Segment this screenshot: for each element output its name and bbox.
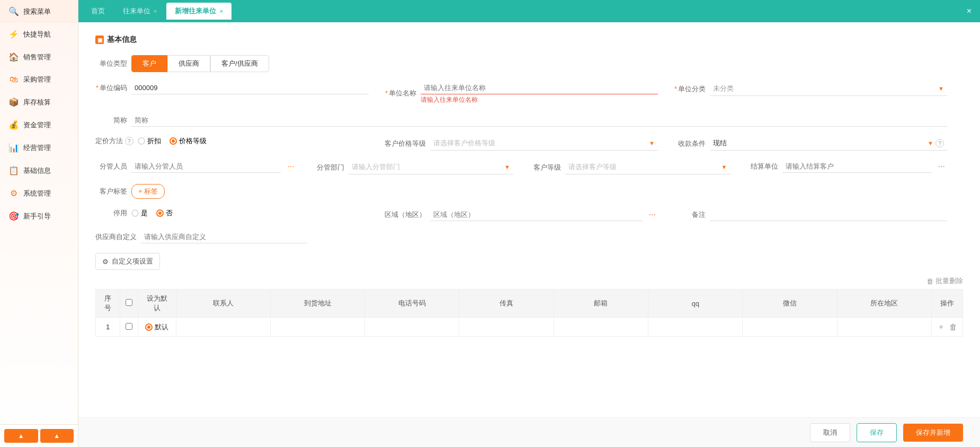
type-btn-supplier[interactable]: 供应商 [167, 55, 210, 72]
pricing-help-icon[interactable]: ? [125, 137, 133, 145]
unit-type-buttons: 客户 供应商 客户/供应商 [131, 55, 269, 72]
payment-terms-help-icon[interactable]: ? [936, 139, 944, 147]
settlement-more-btn[interactable]: ··· [936, 162, 947, 171]
inventory-icon: 📦 [8, 97, 19, 107]
row-qq-input[interactable] [654, 323, 737, 331]
sidebar-item-inventory[interactable]: 📦 库存核算 [0, 91, 78, 113]
section-basic-info: ▣ 基本信息 [95, 35, 963, 45]
dept-label: 分管部门 [313, 163, 344, 172]
sidebar-item-guide[interactable]: 🎯 新手引导 [0, 205, 78, 227]
row-default-circle [145, 323, 153, 331]
save-new-button[interactable]: 保存并新增 [903, 424, 963, 442]
th-fax: 传真 [459, 290, 554, 318]
supplier-custom-field: 供应商自定义 [95, 231, 307, 243]
abbr-row: 简称 [95, 114, 963, 127]
unit-name-field: *单位名称 请输入往来单位名称 [385, 82, 658, 104]
sidebar-item-sales[interactable]: 🏠 销售管理 [0, 46, 78, 68]
contacts-table: 序号 设为默认 联系人 到货地址 电话号码 传真 邮箱 qq 微信 所在地区 操… [95, 289, 963, 337]
customer-price-chevron: ▼ [649, 140, 655, 146]
unit-category-select[interactable]: 未分类 ▼ [710, 82, 947, 96]
manager-more-btn[interactable]: ··· [285, 162, 296, 171]
table-header: 序号 设为默认 联系人 到货地址 电话号码 传真 邮箱 qq 微信 所在地区 操… [96, 290, 963, 318]
tag-add-button[interactable]: + 标签 [131, 184, 165, 199]
type-btn-customer[interactable]: 客户 [131, 55, 167, 72]
payment-terms-select[interactable]: 现结 ▼ ? [710, 136, 947, 151]
row-checkbox[interactable] [126, 323, 132, 330]
row-wechat-input[interactable] [748, 323, 831, 331]
unit-category-label: *单位分类 [674, 84, 706, 94]
disable-label: 停用 [95, 208, 127, 218]
th-email: 邮箱 [554, 290, 648, 318]
settlement-input[interactable] [782, 160, 932, 173]
sidebar-item-label: 新手引导 [23, 212, 51, 221]
sidebar: 🔍 搜索菜单 ⚡ 快捷导航 🏠 销售管理 🛍 采购管理 📦 库存核算 💰 资金管… [0, 0, 78, 447]
row-email-input[interactable] [559, 323, 643, 331]
row-add-icon[interactable]: ＋ [937, 322, 945, 332]
tab-bar-close-all[interactable]: × [963, 4, 976, 18]
customer-price-label: 客户价格等级 [385, 139, 426, 148]
tab-partners-close[interactable]: × [154, 8, 157, 14]
row-phone-input[interactable] [370, 323, 453, 331]
unit-code-name-row: *单位编码 *单位名称 请输入往来单位名称 *单位分类 未分类 [95, 82, 963, 104]
sidebar-item-quicknav[interactable]: ⚡ 快捷导航 [0, 23, 78, 46]
abbr-input[interactable] [131, 114, 947, 127]
row-contact-input[interactable] [182, 323, 265, 331]
custom-settings-button[interactable]: ⚙ 自定义项设置 [95, 253, 160, 270]
supplier-custom-input[interactable] [141, 231, 307, 243]
th-phone: 电话号码 [365, 290, 459, 318]
dept-select[interactable]: 请输入分管部门 ▼ [349, 160, 514, 174]
manager-row: 分管人员 ··· 分管部门 请输入分管部门 ▼ 客户等级 请选择客户等级 ▼ 结… [95, 160, 963, 174]
row-address-input[interactable] [276, 323, 359, 331]
disable-radio-yes[interactable]: 是 [131, 208, 148, 218]
settlement-field: 结算单位 ··· [746, 160, 948, 173]
sidebar-item-purchase[interactable]: 🛍 采购管理 [0, 68, 78, 91]
row-qq [648, 318, 742, 337]
save-button[interactable]: 保存 [857, 423, 897, 442]
batch-delete-button[interactable]: 🗑 批量删除 [926, 276, 963, 286]
row-contact [176, 318, 270, 337]
sidebar-item-finance[interactable]: 💰 资金管理 [0, 113, 78, 136]
unit-code-input[interactable] [131, 82, 369, 94]
disable-radio-no[interactable]: 否 [156, 208, 173, 218]
sidebar-expand-btn[interactable]: ▲ [40, 429, 74, 443]
section-icon: ▣ [95, 36, 104, 44]
row-delete-icon[interactable]: 🗑 [949, 322, 957, 331]
pricing-radio-discount[interactable]: 折扣 [138, 136, 161, 146]
customer-price-select[interactable]: 请选择客户价格等级 ▼ [430, 136, 658, 151]
type-btn-both[interactable]: 客户/供应商 [210, 55, 269, 72]
form-content: ▣ 基本信息 单位类型 客户 供应商 客户/供应商 *单位编码 [78, 22, 980, 417]
cancel-button[interactable]: 取消 [810, 423, 850, 442]
pricing-radio-group: 折扣 价格等级 [138, 136, 207, 146]
sidebar-collapse-btn[interactable]: ▲ [4, 429, 38, 443]
remark-field: 备注 [674, 208, 947, 221]
abbr-field: 简称 [95, 114, 947, 127]
tab-new-partner[interactable]: 新增往来单位 × [166, 3, 231, 20]
tab-new-partner-close[interactable]: × [219, 8, 222, 14]
unit-name-error: 请输入往来单位名称 [421, 95, 658, 104]
select-all-checkbox[interactable] [126, 299, 132, 306]
finance-icon: 💰 [8, 120, 19, 130]
sidebar-item-basics[interactable]: 📋 基础信息 [0, 159, 78, 182]
sidebar-item-system[interactable]: ⚙ 系统管理 [0, 182, 78, 205]
row-default-radio[interactable]: 默认 [144, 322, 171, 332]
tab-home[interactable]: 首页 [83, 3, 113, 20]
region-input[interactable] [430, 208, 643, 221]
sidebar-item-search[interactable]: 🔍 搜索菜单 [0, 0, 78, 23]
sidebar-item-operations[interactable]: 📊 经营管理 [0, 136, 78, 159]
manager-input[interactable] [131, 160, 281, 173]
payment-terms-label: 收款条件 [674, 139, 706, 148]
region-more-btn[interactable]: ··· [647, 210, 658, 220]
row-region-input[interactable] [843, 323, 926, 331]
customer-level-select[interactable]: 请选择客户等级 ▼ [565, 160, 730, 174]
sidebar-item-label: 搜索菜单 [23, 7, 51, 16]
tab-bar: 首页 往来单位 × 新增往来单位 × × [78, 0, 980, 22]
dept-field: 分管部门 请输入分管部门 ▼ [313, 160, 514, 174]
unit-name-input[interactable] [421, 82, 658, 94]
remark-input[interactable] [710, 208, 947, 221]
pricing-radio-price-level[interactable]: 价格等级 [170, 136, 207, 146]
unit-code-field: *单位编码 [95, 82, 369, 94]
tab-partners[interactable]: 往来单位 × [114, 3, 165, 20]
row-fax-input[interactable] [465, 323, 548, 331]
row-wechat [743, 318, 837, 337]
th-contact: 联系人 [176, 290, 270, 318]
